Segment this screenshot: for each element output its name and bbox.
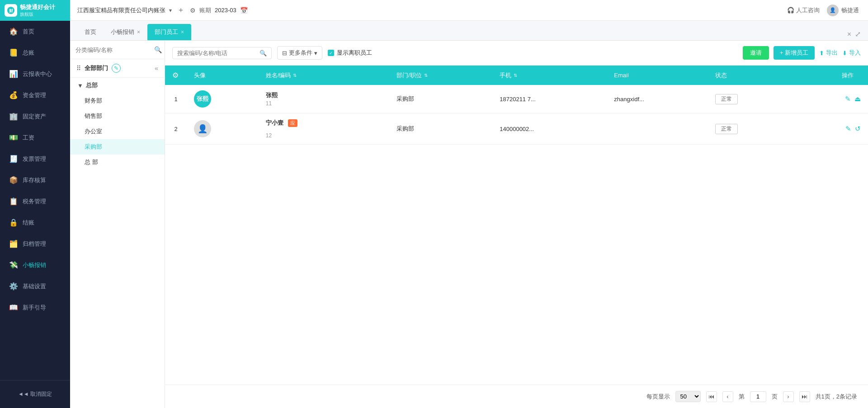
sidebar-item-reports[interactable]: 📊 云报表中心 [0,63,70,84]
import-label: 导入 [849,49,861,57]
row1-index: 1 [165,85,187,113]
sidebar-item-close[interactable]: 🔒 结账 [0,212,70,233]
svg-text:财: 财 [9,9,14,13]
sidebar-item-xiaochangbx[interactable]: 💸 小畅报销 [0,254,70,276]
emp-search-input[interactable] [177,50,257,56]
company-dropdown-btn[interactable]: ▾ [169,7,172,14]
dept-header: ⠿ 全部部门 ✎ « [70,59,165,78]
tab-dept-emp-label: 部门员工 [155,28,178,36]
table-settings-icon[interactable]: ⚙ [172,71,179,79]
th-phone[interactable]: 手机 ⇅ [492,66,607,85]
invite-btn[interactable]: 邀请 [743,46,769,60]
tab-dept-emp[interactable]: 部门员工 × [147,24,191,40]
filter-btn[interactable]: ⊟ 更多条件 ▾ [277,46,322,60]
tab-xiaochangbx[interactable]: 小畅报销 × [104,24,147,40]
row1-deactivate-btn[interactable]: ⏏ [854,95,861,103]
sidebar-label-assets: 固定资产 [23,113,46,121]
th-email: Email [607,66,708,85]
th-name[interactable]: 姓名/编码 ⇅ [259,66,389,85]
dept-edit-btn[interactable]: ✎ [112,64,121,73]
per-page-select[interactable]: 50 20 100 [675,391,701,402]
page-first-btn[interactable]: ⏮ [706,391,717,402]
th-avatar: 头像 [187,66,259,85]
th-status: 状态 [708,66,792,85]
settings-gear-btn[interactable]: ⚙ [190,7,196,14]
emp-search-icon[interactable]: 🔍 [259,50,267,56]
name-sort-icon[interactable]: ⇅ [293,73,297,78]
th-settings[interactable]: ⚙ [165,66,187,85]
page-next-btn[interactable]: › [783,391,794,402]
page-prev-btn[interactable]: ‹ [722,391,733,402]
dept-search-input[interactable] [75,47,151,53]
dept-grid-icon: ⠿ [76,65,81,72]
dept-item-xiaoshoubu[interactable]: 销售部 [70,108,165,124]
cancel-fixed-label: ◄◄ 取消固定 [18,390,52,398]
sidebar-item-inventory[interactable]: 📦 库存核算 [0,169,70,191]
row1-avatar-cell: 张熙 [187,85,259,113]
company-name: 江西服宝精品有限责任公司内账张 [77,6,165,14]
sidebar-item-archive[interactable]: 🗂️ 归档管理 [0,233,70,254]
home-icon: 🏠 [9,27,18,36]
export-btn[interactable]: ⬆ 导出 [819,46,838,60]
th-dept[interactable]: 部门/职位 ⇅ [389,66,492,85]
sidebar-item-tax[interactable]: 📋 税务管理 [0,191,70,212]
resigned-checkbox[interactable]: ✓ [328,50,334,56]
dept-search-icon[interactable]: 🔍 [154,46,162,53]
sidebar-label-funds: 资金管理 [23,91,46,99]
cancel-fixed-btn[interactable]: ◄◄ 取消固定 [0,386,70,403]
sidebar-item-assets[interactable]: 🏢 固定资产 [0,106,70,127]
logo-icon: 财 [5,4,17,17]
row1-phone: 18720211 7... [492,85,607,113]
row2-restore-btn[interactable]: ↺ [855,125,861,133]
show-resigned-label: 显示离职员工 [337,49,372,57]
sidebar-label-invoice: 发票管理 [23,155,46,163]
dept-label-bangongshi: 办公室 [85,127,102,136]
page-input[interactable] [750,391,766,402]
tab-home-label: 首页 [85,28,96,36]
tab-home[interactable]: 首页 [77,24,104,40]
user-area[interactable]: 👤 畅捷通 [827,5,859,16]
add-emp-btn[interactable]: + 新增员工 [774,46,815,60]
row1-edit-btn[interactable]: ✎ [845,95,851,103]
phone-sort-icon[interactable]: ⇅ [514,73,517,78]
sidebar-item-funds[interactable]: 💰 资金管理 [0,84,70,106]
dept-item-zongbu[interactable]: ▼ 总部 [70,78,165,93]
maximize-btn[interactable]: ⤢ [855,30,861,38]
service-btn[interactable]: 🎧 人工咨询 [787,6,820,14]
calendar-btn[interactable]: 📅 [240,7,248,14]
import-icon: ⬇ [842,50,847,56]
tab-dept-emp-close[interactable]: × [181,29,184,35]
dept-item-bangongshi[interactable]: 办公室 [70,124,165,139]
dept-collapse-btn[interactable]: « [155,65,158,72]
all-dept-label: 全部部门 [85,64,108,72]
dept-item-zongbu2[interactable]: 总 部 [70,155,165,170]
headset-icon: 🎧 [787,7,794,14]
status-badge: 正常 [715,124,738,134]
dept-item-caiwubu[interactable]: 财务部 [70,93,165,108]
row1-name-cell: 张熙 11 [259,85,389,113]
row1-name: 张熙 [266,91,382,99]
emp-table: ⚙ 头像 姓名/编码 ⇅ [165,66,868,145]
sidebar-item-guide[interactable]: 📖 新手引导 [0,297,70,318]
sidebar-item-ledger[interactable]: 📒 总账 [0,42,70,63]
sidebar-item-home[interactable]: 🏠 首页 [0,21,70,42]
sidebar-item-settings[interactable]: ⚙️ 基础设置 [0,276,70,297]
page-last-btn[interactable]: ⏭ [799,391,810,402]
tax-icon: 📋 [9,197,18,206]
sidebar-item-payroll[interactable]: 💵 工资 [0,127,70,148]
tab-xiaochangbx-close[interactable]: × [137,29,140,35]
add-company-btn[interactable]: ＋ [175,5,186,15]
show-resigned-toggle[interactable]: ✓ 显示离职员工 [328,49,372,57]
logo-text-block: 畅捷通好会计 旗舰版 [20,3,55,18]
dept-sort-icon[interactable]: ⇅ [424,73,428,78]
sidebar-label-inventory: 库存核算 [23,176,46,184]
import-btn[interactable]: ⬇ 导入 [842,46,861,60]
sidebar-label-home: 首页 [23,28,34,36]
close-tab-btn[interactable]: × [847,30,851,38]
filter-chevron-icon: ▾ [314,50,317,56]
page-suffix: 页 [772,393,778,401]
dept-item-caigoubu[interactable]: 采购部 [70,139,165,155]
row2-edit-btn[interactable]: ✎ [845,125,851,133]
avatar: 张熙 [194,90,211,108]
sidebar-item-invoice[interactable]: 🧾 发票管理 [0,148,70,169]
